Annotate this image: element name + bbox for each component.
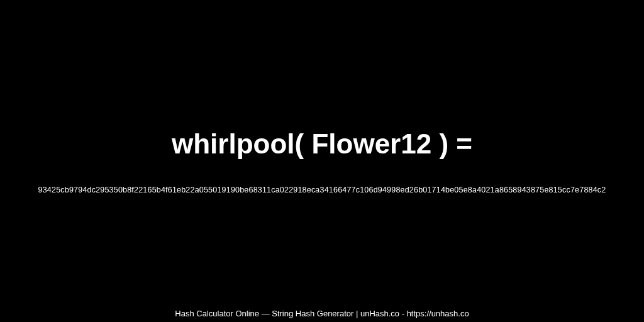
main-content: whirlpool( Flower12 ) = 93425cb9794dc295…	[0, 0, 644, 322]
footer-attribution: Hash Calculator Online — String Hash Gen…	[0, 309, 644, 322]
hash-expression-heading: whirlpool( Flower12 ) =	[172, 128, 472, 161]
hash-output-value: 93425cb9794dc295350b8f22165b4f61eb22a055…	[26, 186, 619, 194]
